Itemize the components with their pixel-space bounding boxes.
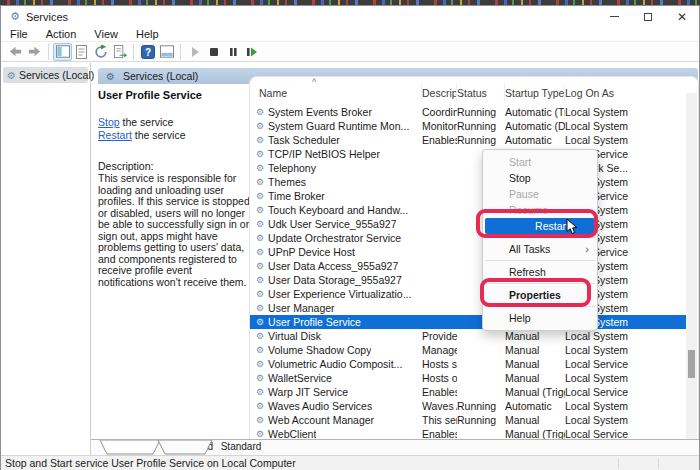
service-row-web-account-manager[interactable]: ⚙Web Account ManagerThis service i...Run… [250, 413, 688, 427]
context-menu-item-refresh[interactable]: Refresh [483, 264, 597, 280]
service-gear-icon: ⚙ [256, 275, 264, 285]
list-scrollbar-thumb[interactable] [688, 350, 695, 378]
service-status: Running [457, 134, 505, 146]
service-row-volumetric-audio-composit-[interactable]: ⚙Volumetric Audio Composit...Hosts spati… [250, 357, 688, 371]
services-gear-icon: ⚙ [7, 70, 16, 81]
service-row-upnp-device-host[interactable]: ⚙UPnP Device HostManualLocal Service [250, 245, 688, 259]
service-name: System Guard Runtime Mon... [268, 120, 409, 132]
export-list-button[interactable] [110, 43, 129, 61]
service-row-task-scheduler[interactable]: ⚙Task SchedulerEnables a us...RunningAut… [250, 133, 688, 147]
service-description: This service i... [422, 414, 457, 426]
minimize-button[interactable] [597, 6, 631, 27]
service-startup-type: Manual [505, 330, 565, 342]
tab-standard[interactable]: Standard [157, 440, 213, 455]
show-action-pane-button[interactable] [157, 43, 176, 61]
service-status: Running [457, 414, 505, 426]
toolbar-separator [180, 44, 181, 60]
service-row-telephony[interactable]: ⚙TelephonyManualNetwork Se... [250, 161, 688, 175]
services-gear-icon: ⚙ [106, 71, 115, 82]
stop-service-link[interactable]: Stop [98, 116, 120, 128]
service-row-update-orchestrator-service[interactable]: ⚙Update Orchestrator ServiceAutomatic (D… [250, 231, 688, 245]
service-gear-icon: ⚙ [256, 205, 264, 215]
service-row-waves-audio-services[interactable]: ⚙Waves Audio ServicesWaves Audi...Runnin… [250, 399, 688, 413]
column-header-status[interactable]: Status [457, 83, 505, 103]
restart-service-link[interactable]: Restart [98, 129, 132, 141]
service-row-warp-jit-service[interactable]: ⚙Warp JIT ServiceEnables JIT c...Manual … [250, 385, 688, 399]
service-gear-icon: ⚙ [256, 135, 264, 145]
services-app-icon: ⚙ [10, 11, 20, 22]
service-name: Udk User Service_955a927 [268, 218, 396, 230]
context-menu-separator [485, 283, 595, 284]
column-header-log-on-as[interactable]: Log On As [565, 83, 688, 103]
context-menu-item-properties[interactable]: Properties [483, 287, 597, 303]
service-row-user-profile-service[interactable]: ⚙User Profile ServiceAutomaticLocal Syst… [250, 315, 688, 329]
service-name: Web Account Manager [268, 414, 374, 426]
menu-file[interactable]: File [1, 28, 37, 40]
context-menu-item-all-tasks[interactable]: All Tasks› [483, 241, 597, 257]
restart-service-button[interactable] [242, 43, 261, 61]
service-description: Provides ma... [422, 330, 457, 342]
menu-view[interactable]: View [85, 28, 127, 40]
back-button[interactable] [6, 43, 25, 61]
list-scrollbar[interactable] [686, 93, 697, 443]
service-row-themes[interactable]: ⚙ThemesAutomaticLocal System [250, 175, 688, 189]
close-button[interactable]: ✕ [665, 6, 699, 27]
properties-doc-icon [75, 45, 88, 59]
stop-service-line: Stop the service [98, 116, 250, 129]
service-name: Touch Keyboard and Handw... [268, 204, 408, 216]
service-gear-icon: ⚙ [256, 247, 264, 257]
forward-button[interactable] [25, 43, 44, 61]
menu-action[interactable]: Action [37, 28, 86, 40]
service-status: Running [457, 106, 505, 118]
help-button[interactable]: ? [138, 43, 157, 61]
service-row-user-experience-virtualizatio-[interactable]: ⚙User Experience Virtualizatio...Disable… [250, 287, 688, 301]
title-bar: ⚙ Services ✕ [1, 6, 699, 27]
service-row-virtual-disk[interactable]: ⚙Virtual DiskProvides ma...ManualLocal S… [250, 329, 688, 343]
services-window: ⚙ Services ✕ FileActionViewHelp ? ⚙ [0, 5, 700, 470]
service-row-volume-shadow-copy[interactable]: ⚙Volume Shadow CopyManages an...ManualLo… [250, 343, 688, 357]
toolbar-separator [48, 44, 49, 60]
selected-service-name: User Profile Service [98, 89, 250, 101]
column-header-name[interactable]: Name [256, 83, 422, 103]
stop-service-button[interactable] [204, 43, 223, 61]
service-row-user-data-storage-955a927[interactable]: ⚙User Data Storage_955a927ManualLocal Sy… [250, 273, 688, 287]
menu-help[interactable]: Help [127, 28, 168, 40]
start-service-button[interactable] [185, 43, 204, 61]
service-row-user-data-access-955a927[interactable]: ⚙User Data Access_955a927ManualLocal Sys… [250, 259, 688, 273]
description-body: This service is responsible for loading … [98, 173, 250, 288]
context-menu-item-restart[interactable]: Restart [485, 218, 595, 234]
maximize-button[interactable] [631, 6, 665, 27]
context-menu-item-resume: Resume [483, 202, 597, 218]
services-rows: ⚙System Events BrokerCoordinates ...Runn… [250, 105, 688, 441]
service-gear-icon: ⚙ [256, 429, 264, 439]
service-row-time-broker[interactable]: ⚙Time BrokerManual (Trigg...Local Servic… [250, 189, 688, 203]
tab-extended[interactable]: Extended [99, 440, 161, 455]
service-gear-icon: ⚙ [256, 387, 264, 397]
service-gear-icon: ⚙ [256, 107, 264, 117]
service-gear-icon: ⚙ [256, 303, 264, 313]
tree-item-services-local[interactable]: ⚙ Services (Local) [3, 67, 88, 83]
service-name: Time Broker [268, 190, 325, 202]
pause-service-button[interactable] [223, 43, 242, 61]
properties-button[interactable] [72, 43, 91, 61]
service-row-user-manager[interactable]: ⚙User ManagerAutomatic (Tri...Local Syst… [250, 301, 688, 315]
maximize-icon [644, 13, 652, 21]
show-console-tree-button[interactable] [53, 43, 72, 61]
column-header-startup-type[interactable]: Startup Type [505, 83, 565, 103]
context-menu-separator [485, 260, 595, 261]
service-gear-icon: ⚙ [256, 261, 264, 271]
service-row-udk-user-service-955a927[interactable]: ⚙Udk User Service_955a927ManualLocal Sys… [250, 217, 688, 231]
context-menu-item-help[interactable]: Help [483, 310, 597, 326]
service-startup-type: Manual [505, 358, 565, 370]
context-menu-item-stop[interactable]: Stop [483, 170, 597, 186]
toolbar: ? [1, 41, 699, 62]
refresh-button[interactable] [91, 43, 110, 61]
service-log-on-as: Local System [565, 344, 688, 356]
service-row-touch-keyboard-and-handw-[interactable]: ⚙Touch Keyboard and Handw...Automatic (T… [250, 203, 688, 217]
list-column-headers: NameDescriptionStatusStartup TypeLog On … [250, 83, 688, 103]
service-row-system-events-broker[interactable]: ⚙System Events BrokerCoordinates ...Runn… [250, 105, 688, 119]
service-row-system-guard-runtime-mon-[interactable]: ⚙System Guard Runtime Mon...Monitors an.… [250, 119, 688, 133]
column-header-description[interactable]: Description [422, 83, 457, 103]
service-row-walletservice[interactable]: ⚙WalletServiceHosts object...ManualLocal… [250, 371, 688, 385]
service-row-tcp-ip-netbios-helper[interactable]: ⚙TCP/IP NetBIOS HelperManual (Trigg...Lo… [250, 147, 688, 161]
